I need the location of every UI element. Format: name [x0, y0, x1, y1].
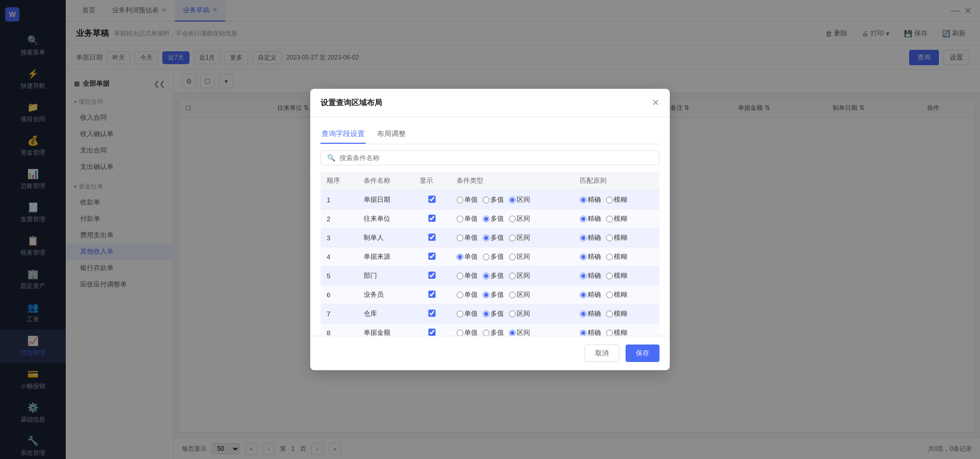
condition-radio-单值[interactable]: 单值	[457, 290, 478, 299]
condition-radio-单值[interactable]: 单值	[457, 233, 478, 242]
modal-table-header: 顺序 条件名称 显示 条件类型 匹配原则	[321, 171, 659, 190]
condition-radio-单值[interactable]: 单值	[457, 195, 478, 204]
cell-show[interactable]	[413, 247, 450, 266]
cell-order: 8	[321, 323, 357, 336]
modal-overlay: 设置查询区域布局 ✕ 查询字段设置 布局调整 🔍 顺序 条件名称 显示	[0, 0, 980, 459]
condition-radio-多值[interactable]: 多值	[483, 271, 504, 280]
condition-radio-区间[interactable]: 区间	[509, 214, 530, 223]
table-row: 2 往来单位 单值 多值 区间 精确	[321, 209, 659, 228]
th-match-rule: 匹配原则	[574, 171, 659, 190]
modal-settings-table: 顺序 条件名称 显示 条件类型 匹配原则 1 单据日期	[321, 171, 659, 336]
modal-body: 查询字段设置 布局调整 🔍 顺序 条件名称 显示 条件类型 匹配原则	[310, 117, 670, 336]
cell-name: 部门	[357, 266, 413, 285]
table-row: 4 单据来源 单值 多值 区间 精确	[321, 247, 659, 266]
table-row: 5 部门 单值 多值 区间 精确	[321, 266, 659, 285]
search-bar: 🔍	[321, 150, 659, 165]
cell-name: 单据金额	[357, 323, 413, 336]
match-radio-精确[interactable]: 精确	[580, 214, 601, 223]
cell-name: 业务员	[357, 285, 413, 304]
match-radio-精确[interactable]: 精确	[580, 195, 601, 204]
cell-match: 精确 模糊	[574, 247, 659, 266]
cell-show[interactable]	[413, 285, 450, 304]
cell-name: 单据日期	[357, 190, 413, 209]
cell-condition-type: 单值 多值 区间	[450, 266, 574, 285]
condition-radio-区间[interactable]: 区间	[509, 290, 530, 299]
condition-radio-单值[interactable]: 单值	[457, 309, 478, 318]
cell-match: 精确 模糊	[574, 304, 659, 323]
match-radio-模糊[interactable]: 模糊	[606, 252, 627, 261]
cell-show[interactable]	[413, 209, 450, 228]
cell-name: 仓库	[357, 304, 413, 323]
modal-tab-query-fields[interactable]: 查询字段设置	[321, 125, 366, 144]
cell-name: 单据来源	[357, 247, 413, 266]
match-radio-精确[interactable]: 精确	[580, 271, 601, 280]
search-bar-icon: 🔍	[327, 154, 335, 162]
condition-radio-多值[interactable]: 多值	[483, 328, 504, 336]
condition-radio-多值[interactable]: 多值	[483, 233, 504, 242]
cell-name: 往来单位	[357, 209, 413, 228]
table-row: 7 仓库 单值 多值 区间 精确	[321, 304, 659, 323]
condition-radio-多值[interactable]: 多值	[483, 290, 504, 299]
cell-show[interactable]	[413, 323, 450, 336]
search-input[interactable]	[340, 154, 653, 162]
condition-radio-单值[interactable]: 单值	[457, 271, 478, 280]
table-row: 1 单据日期 单值 多值 区间 精确	[321, 190, 659, 209]
cell-order: 6	[321, 285, 357, 304]
condition-radio-区间[interactable]: 区间	[509, 271, 530, 280]
condition-radio-区间[interactable]: 区间	[509, 309, 530, 318]
match-radio-模糊[interactable]: 模糊	[606, 233, 627, 242]
cell-condition-type: 单值 多值 区间	[450, 285, 574, 304]
save-button[interactable]: 保存	[626, 345, 659, 362]
condition-radio-区间[interactable]: 区间	[509, 195, 530, 204]
cell-match: 精确 模糊	[574, 190, 659, 209]
match-radio-模糊[interactable]: 模糊	[606, 195, 627, 204]
th-condition-type: 条件类型	[450, 171, 574, 190]
condition-radio-区间[interactable]: 区间	[509, 233, 530, 242]
match-radio-精确[interactable]: 精确	[580, 309, 601, 318]
condition-radio-多值[interactable]: 多值	[483, 214, 504, 223]
match-radio-模糊[interactable]: 模糊	[606, 214, 627, 223]
cell-condition-type: 单值 多值 区间	[450, 228, 574, 247]
modal-header: 设置查询区域布局 ✕	[310, 89, 670, 117]
match-radio-模糊[interactable]: 模糊	[606, 290, 627, 299]
condition-radio-区间[interactable]: 区间	[509, 328, 530, 336]
modal-tabs: 查询字段设置 布局调整	[321, 125, 659, 144]
cell-show[interactable]	[413, 190, 450, 209]
condition-radio-单值[interactable]: 单值	[457, 252, 478, 261]
cell-condition-type: 单值 多值 区间	[450, 209, 574, 228]
cell-order: 7	[321, 304, 357, 323]
th-show: 显示	[413, 171, 450, 190]
cell-match: 精确 模糊	[574, 323, 659, 336]
cell-order: 3	[321, 228, 357, 247]
cell-condition-type: 单值 多值 区间	[450, 304, 574, 323]
cell-name: 制单人	[357, 228, 413, 247]
condition-radio-单值[interactable]: 单值	[457, 214, 478, 223]
modal-title: 设置查询区域布局	[321, 98, 382, 108]
match-radio-模糊[interactable]: 模糊	[606, 328, 627, 336]
modal-tab-layout[interactable]: 布局调整	[376, 125, 407, 144]
match-radio-精确[interactable]: 精确	[580, 328, 601, 336]
cell-order: 4	[321, 247, 357, 266]
condition-radio-区间[interactable]: 区间	[509, 252, 530, 261]
match-radio-模糊[interactable]: 模糊	[606, 309, 627, 318]
cell-order: 5	[321, 266, 357, 285]
th-condition-name: 条件名称	[357, 171, 413, 190]
cancel-button[interactable]: 取消	[585, 345, 619, 362]
condition-radio-单值[interactable]: 单值	[457, 328, 478, 336]
cell-match: 精确 模糊	[574, 266, 659, 285]
cell-condition-type: 单值 多值 区间	[450, 247, 574, 266]
condition-radio-多值[interactable]: 多值	[483, 195, 504, 204]
cell-match: 精确 模糊	[574, 209, 659, 228]
cell-show[interactable]	[413, 228, 450, 247]
match-radio-精确[interactable]: 精确	[580, 252, 601, 261]
condition-radio-多值[interactable]: 多值	[483, 252, 504, 261]
modal-close-btn[interactable]: ✕	[652, 97, 659, 108]
match-radio-精确[interactable]: 精确	[580, 290, 601, 299]
cell-show[interactable]	[413, 266, 450, 285]
cell-order: 2	[321, 209, 357, 228]
cell-show[interactable]	[413, 304, 450, 323]
condition-radio-多值[interactable]: 多值	[483, 309, 504, 318]
match-radio-精确[interactable]: 精确	[580, 233, 601, 242]
table-row: 3 制单人 单值 多值 区间 精确	[321, 228, 659, 247]
match-radio-模糊[interactable]: 模糊	[606, 271, 627, 280]
